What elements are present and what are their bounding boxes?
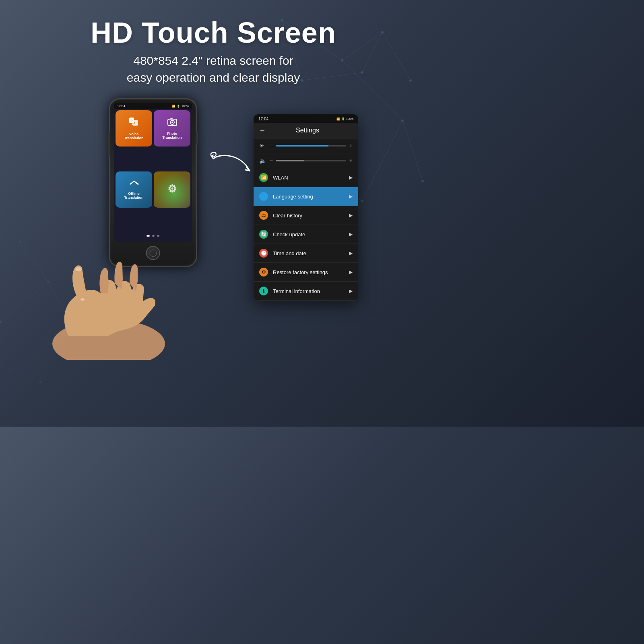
brightness-fill: [276, 145, 328, 147]
terminal-label: Terminal information: [273, 288, 349, 294]
menu-item-terminal[interactable]: ℹ Terminal information ▶: [254, 282, 358, 301]
time-icon: 🕐: [259, 249, 268, 258]
status-icons: 📶 🔋 100%: [172, 105, 189, 108]
update-chevron: ▶: [349, 231, 353, 237]
menu-item-factory[interactable]: ⚙ Restore factory settings ▶: [254, 263, 358, 282]
svg-point-39: [80, 298, 85, 301]
menu-item-update[interactable]: 🔄 Check update ▶: [254, 225, 358, 244]
app-tile-offline[interactable]: OfflineTranslation: [116, 171, 152, 208]
brightness-track[interactable]: [276, 145, 346, 147]
app-grid: 中 A VoiceTranslation: [114, 109, 192, 233]
settings-title: Settings: [270, 127, 345, 134]
svg-text:中: 中: [130, 119, 133, 123]
battery-percent: 100%: [182, 105, 189, 107]
offline-icon: [128, 180, 140, 190]
factory-icon: ⚙: [259, 268, 268, 277]
volume-minus[interactable]: −: [270, 157, 273, 164]
history-icon: 🗂: [259, 211, 268, 220]
back-button[interactable]: ←: [259, 127, 266, 134]
language-icon: 🌐: [259, 192, 268, 201]
volume-fill: [276, 160, 304, 161]
settings-time: 17:04: [258, 117, 268, 121]
menu-item-language[interactable]: 🌐 Language setting ▶: [254, 187, 358, 206]
volume-track[interactable]: [276, 160, 346, 161]
svg-text:A: A: [133, 122, 136, 125]
voice-translation-label: VoiceTranslation: [124, 132, 143, 140]
battery-icon: 🔋: [177, 105, 180, 108]
voice-icon: 中 A: [128, 117, 140, 130]
settings-wifi-icon: 📶: [336, 118, 340, 121]
volume-row: 🔈 − +: [254, 153, 358, 168]
history-label: Clear history: [273, 213, 349, 219]
time-label: Time and date: [273, 250, 349, 256]
svg-point-27: [39, 382, 41, 384]
wlan-label: WLAN: [273, 175, 349, 181]
side-button-right: [196, 132, 198, 144]
settings-battery-icon: 🔋: [341, 118, 345, 121]
hand-image: [36, 231, 189, 360]
factory-label: Restore factory settings: [273, 269, 349, 275]
language-label: Language setting: [273, 194, 349, 200]
content-area: 17:04 📶 🔋 100% 中: [0, 98, 427, 360]
device-container: 17:04 📶 🔋 100% 中: [68, 98, 237, 360]
side-button-left: [108, 132, 110, 156]
wlan-icon: 📶: [259, 173, 268, 182]
app-tile-settings[interactable]: ⚙: [154, 171, 190, 208]
app-tile-photo[interactable]: PhotoTranslation: [154, 110, 190, 147]
device-screen: 17:04 📶 🔋 100% 中: [114, 103, 192, 242]
settings-panel: 17:04 📶 🔋 100% ← Settings ☀ − + 🔈 −: [254, 114, 358, 301]
volume-icon: 🔈: [259, 157, 266, 164]
svg-point-35: [171, 122, 173, 123]
device-status-bar: 17:04 📶 🔋 100%: [114, 103, 192, 109]
svg-point-38: [75, 267, 82, 271]
screen-content: 中 A VoiceTranslation: [114, 109, 192, 239]
page-title: HD Touch Screen: [0, 16, 427, 49]
device-time: 17:04: [117, 104, 125, 108]
terminal-icon: ℹ: [259, 287, 268, 295]
factory-chevron: ▶: [349, 269, 353, 275]
update-icon: 🔄: [259, 230, 268, 239]
settings-status-bar: 17:04 📶 🔋 100%: [254, 114, 358, 123]
menu-item-history[interactable]: 🗂 Clear history ▶: [254, 206, 358, 225]
brightness-row: ☀ − +: [254, 138, 358, 153]
subtitle: 480*854 2.4" retina screen for easy oper…: [0, 52, 427, 86]
brightness-minus[interactable]: −: [270, 142, 273, 149]
update-label: Check update: [273, 231, 349, 237]
settings-battery-percent: 100%: [346, 118, 353, 120]
svg-rect-36: [170, 118, 173, 120]
menu-item-wlan[interactable]: 📶 WLAN ▶: [254, 168, 358, 187]
app-tile-voice[interactable]: 中 A VoiceTranslation: [116, 110, 152, 147]
wifi-icon: 📶: [172, 105, 175, 108]
header-section: HD Touch Screen 480*854 2.4" retina scre…: [0, 0, 427, 86]
settings-icon: ⚙: [167, 183, 177, 195]
settings-status-icons: 📶 🔋 100%: [336, 118, 353, 121]
brightness-plus[interactable]: +: [349, 142, 353, 149]
volume-plus[interactable]: +: [349, 157, 353, 164]
language-chevron: ▶: [349, 194, 353, 199]
brightness-icon: ☀: [259, 142, 266, 149]
wlan-chevron: ▶: [349, 175, 353, 180]
arrow-annotation: [209, 151, 258, 183]
photo-icon: [167, 117, 178, 130]
history-chevron: ▶: [349, 213, 353, 218]
time-chevron: ▶: [349, 250, 353, 256]
terminal-chevron: ▶: [349, 288, 353, 294]
offline-translation-label: OfflineTranslation: [124, 192, 143, 200]
settings-header: ← Settings: [254, 123, 358, 138]
photo-translation-label: PhotoTranslation: [162, 132, 182, 140]
menu-item-time[interactable]: 🕐 Time and date ▶: [254, 244, 358, 263]
